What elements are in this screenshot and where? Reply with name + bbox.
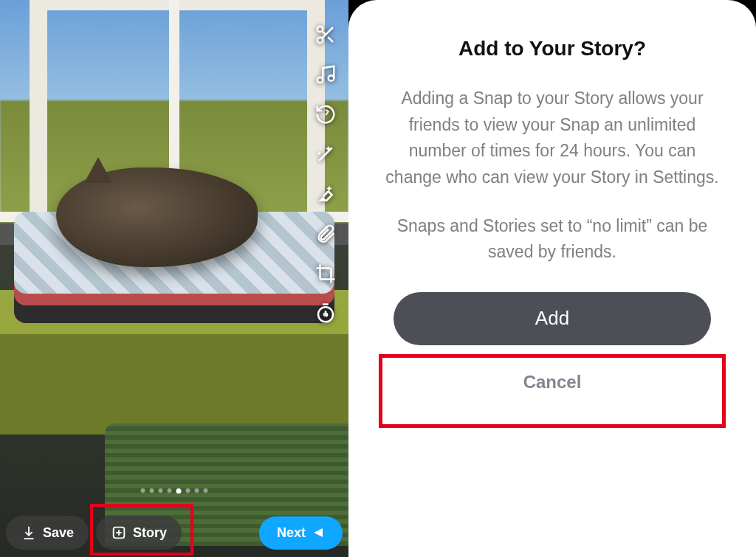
rewind-icon[interactable] — [313, 102, 338, 127]
snap-edit-toolbar — [313, 22, 338, 326]
add-button[interactable]: Add — [394, 292, 711, 345]
story-button-label: Story — [133, 525, 167, 541]
next-button-label: Next — [277, 525, 306, 541]
cancel-button-label: Cancel — [523, 372, 582, 392]
svg-point-1 — [317, 38, 323, 44]
timer-icon[interactable] — [313, 301, 338, 326]
story-button[interactable]: Story — [96, 516, 182, 550]
svg-point-0 — [317, 27, 323, 32]
dialog-body-paragraph-2: Snaps and Stories set to “no limit” can … — [379, 213, 726, 266]
svg-point-2 — [317, 77, 323, 83]
add-button-label: Add — [535, 307, 569, 330]
paperclip-icon[interactable] — [313, 221, 338, 246]
sparkle-eraser-icon[interactable] — [313, 181, 338, 207]
next-button[interactable]: Next — [259, 516, 343, 550]
svg-point-3 — [329, 75, 334, 81]
snap-bottom-actions: Save Story Next — [6, 516, 343, 550]
save-button[interactable]: Save — [6, 516, 89, 550]
crop-icon[interactable] — [313, 261, 338, 286]
snap-captured-image — [0, 0, 348, 557]
add-to-story-dialog: Add to Your Story? Adding a Snap to your… — [348, 0, 756, 557]
cancel-button[interactable]: Cancel — [523, 372, 582, 392]
snap-preview-panel: Save Story Next — [0, 0, 348, 557]
dialog-body: Adding a Snap to your Story allows your … — [379, 86, 726, 288]
filter-pagination-dots[interactable] — [141, 488, 208, 494]
save-button-label: Save — [43, 525, 74, 541]
music-icon[interactable] — [313, 62, 338, 87]
dialog-body-paragraph-1: Adding a Snap to your Story allows your … — [379, 86, 726, 191]
magic-wand-icon[interactable] — [313, 142, 338, 167]
scissors-icon[interactable] — [313, 22, 338, 47]
dialog-title: Add to Your Story? — [458, 37, 646, 60]
